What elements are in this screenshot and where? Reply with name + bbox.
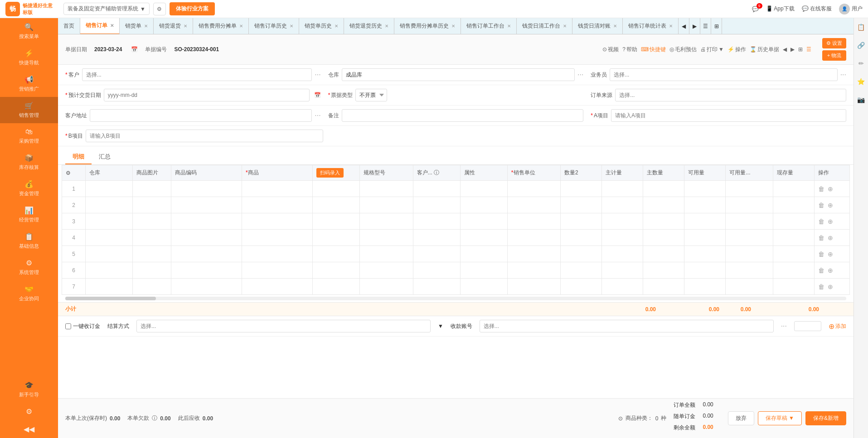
row-3-scan[interactable] [313,213,360,230]
row-7-customer[interactable] [413,279,460,295]
row-1-spec[interactable] [360,181,413,197]
row-2-code[interactable] [171,197,242,213]
row-3-warehouse[interactable] [86,213,133,230]
view-action[interactable]: ⊙ 视频 [602,46,619,53]
calendar-icon[interactable]: 📅 [131,46,138,53]
online-service-link[interactable]: 💬 在线客服 [802,5,832,13]
nav-prev-action[interactable]: ◀ [783,46,787,53]
row-7-code[interactable] [171,279,242,295]
add-material-button[interactable]: + 物流 [822,50,846,61]
tab-daily-reconcile[interactable]: 钱货日清对账 ✕ [572,18,623,34]
tab-daily-reconcile-close[interactable]: ✕ [613,24,617,29]
row-2-attr[interactable] [460,197,507,213]
tab-sales-invoice[interactable]: 销货单 ✕ [120,18,154,34]
row-4-scan[interactable] [313,230,360,246]
row-4-copy-icon[interactable]: ⊕ [828,234,833,241]
row-4-warehouse[interactable] [86,230,133,246]
tab-sales-order-history[interactable]: 销售订单历史 ✕ [249,18,299,34]
notification-area[interactable]: 💬 9 [752,6,759,12]
warehouse-expand-icon[interactable]: ··· [577,71,583,79]
row-4-delete-icon[interactable]: 🗑 [818,234,824,241]
row-2-main-qty[interactable] [643,197,684,213]
row-7-qty2[interactable] [560,279,601,295]
row-5-stock[interactable] [773,246,814,262]
row-1-main-qty[interactable] [643,181,684,197]
tab-return-history-close[interactable]: ✕ [385,24,388,29]
customer-expand-icon[interactable]: ··· [315,71,320,79]
row-1-copy-icon[interactable]: ⊕ [828,185,833,193]
row-3-code[interactable] [171,213,242,230]
save-draft-arrow-icon[interactable]: ▼ [789,415,794,421]
one-click-checkbox-input[interactable] [65,323,71,329]
row-7-img[interactable] [133,279,171,295]
row-7-main-qty[interactable] [643,279,684,295]
operation-action[interactable]: ⚡ 操作 [727,46,746,53]
row-7-scan[interactable] [313,279,360,295]
row-4-spec[interactable] [360,230,413,246]
rs-clipboard-icon[interactable]: 📋 [856,22,867,33]
row-3-product[interactable] [242,213,313,230]
one-click-payment-checkbox[interactable]: 一键收订金 [65,322,100,330]
row-5-main-qty[interactable] [643,246,684,262]
tab-daily-workbench-close[interactable]: ✕ [563,24,567,29]
row-6-scan[interactable] [313,262,360,279]
row-6-main-qty[interactable] [643,262,684,279]
user-area[interactable]: 👤 用户 [839,4,863,14]
scroll-thumb[interactable] [65,297,156,300]
row-6-product[interactable] [242,262,313,279]
tab-nav-menu[interactable]: ☰ [700,18,711,34]
tab-sales-return-close[interactable]: ✕ [184,24,187,29]
row-6-delete-icon[interactable]: 🗑 [818,267,824,274]
row-1-scan[interactable] [313,181,360,197]
order-source-input[interactable] [615,89,846,101]
tab-fee-history[interactable]: 销售费用分摊单历史 ✕ [394,18,461,34]
row-4-available2[interactable] [726,230,773,246]
row-2-delete-icon[interactable]: 🗑 [818,202,824,209]
row-7-product[interactable] [242,279,313,295]
tab-expand[interactable]: ⊞ [711,18,722,34]
row-2-scan[interactable] [313,197,360,213]
row-3-main-qty[interactable] [643,213,684,230]
tab-sales-report[interactable]: 销售订单统计表 ✕ [623,18,679,34]
row-3-attr[interactable] [460,213,507,230]
row-1-code[interactable] [171,181,242,197]
address-expand-icon[interactable]: ··· [315,111,320,120]
sidebar-item-sales[interactable]: 🛒 销售管理 [0,97,58,123]
row-5-unit[interactable] [507,246,560,262]
rs-star-icon[interactable]: ⭐ [856,76,867,87]
row-2-img[interactable] [133,197,171,213]
save-new-button[interactable]: 保存&新增 [805,411,846,425]
solution-button[interactable]: 体验行业方案 [170,2,215,15]
sidebar-item-management[interactable]: 📊 经营管理 [0,202,58,228]
sidebar-item-system[interactable]: ⚙ 系统管理 [0,254,58,280]
row-3-copy-icon[interactable]: ⊕ [828,218,833,225]
row-5-code[interactable] [171,246,242,262]
tab-sales-order-history-close[interactable]: ✕ [290,24,293,29]
row-3-customer[interactable] [413,213,460,230]
customer-input[interactable] [82,68,312,81]
sidebar-item-guide[interactable]: 🎓 新手引导 [0,376,58,403]
sidebar-collapse[interactable]: ◀◀ [0,420,58,438]
row-1-delete-icon[interactable]: 🗑 [818,185,824,193]
row-6-attr[interactable] [460,262,507,279]
row-2-main-unit[interactable] [602,197,643,213]
row-3-main-unit[interactable] [602,213,643,230]
row-1-warehouse[interactable] [86,181,133,197]
row-6-copy-icon[interactable]: ⊕ [828,267,833,274]
nav-next-action[interactable]: ▶ [790,46,795,53]
row-7-spec[interactable] [360,279,413,295]
tab-sales-report-close[interactable]: ✕ [669,24,673,29]
add-payment-link[interactable]: ⊕ 添加 [829,322,846,331]
tab-sales-order[interactable]: 销售订单 ✕ [80,18,120,34]
row-6-main-unit[interactable] [602,262,643,279]
note-input[interactable] [342,109,584,122]
horizontal-scrollbar[interactable] [65,297,846,300]
discard-button[interactable]: 放弃 [728,411,754,425]
row-5-main-unit[interactable] [602,246,643,262]
row-2-warehouse[interactable] [86,197,133,213]
row-4-attr[interactable] [460,230,507,246]
row-6-code[interactable] [171,262,242,279]
shortcut-action[interactable]: ⌨ 快捷键 [641,46,666,53]
scan-button[interactable]: 扫码录入 [316,168,344,178]
row-6-qty2[interactable] [560,262,601,279]
